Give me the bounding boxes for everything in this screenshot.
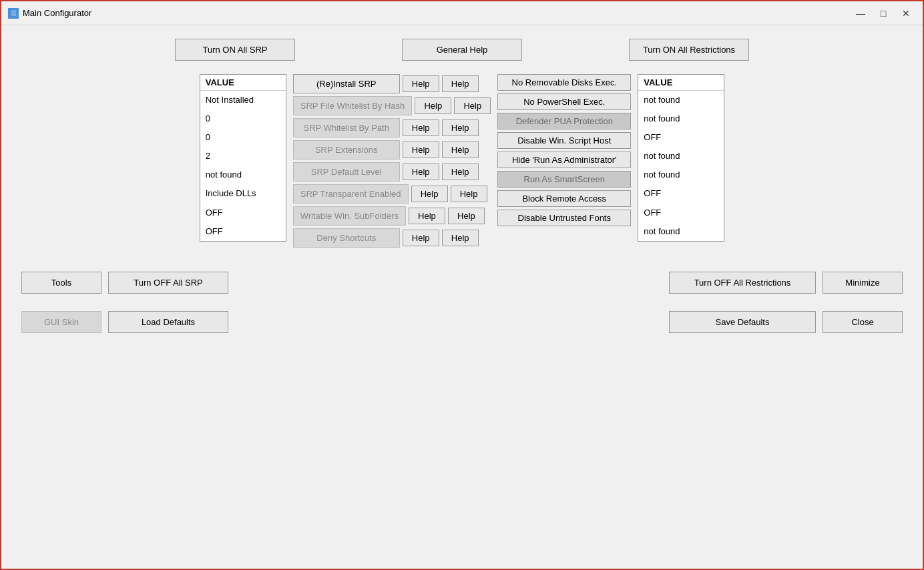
turn-off-srp-button[interactable]: Turn OFF All SRP <box>108 272 228 294</box>
title-bar: ☰ Main Configurator — □ ✕ <box>1 1 923 25</box>
right-value-1: not found <box>638 109 724 128</box>
turn-off-restrictions-button[interactable]: Turn OFF All Restrictions <box>669 272 816 294</box>
disable-untrusted-fonts-button[interactable]: Disable Untrusted Fonts <box>497 210 631 226</box>
srp-help-3a[interactable]: Help <box>403 141 439 158</box>
srp-help-7b[interactable]: Help <box>442 230 479 246</box>
bottom-left-group2: GUI Skin Load Defaults <box>21 311 228 333</box>
general-help-button[interactable]: General Help <box>402 39 522 61</box>
left-value-5: Include DLLs <box>200 184 286 203</box>
left-value-panel: VALUE Not Installed 0 0 2 not found Incl… <box>200 74 286 242</box>
save-defaults-button[interactable]: Save Defaults <box>669 311 816 333</box>
left-value-6: OFF <box>200 204 286 222</box>
run-as-smartscreen-button[interactable]: Run As SmartScreen <box>497 171 631 188</box>
srp-row-3: SRP Extensions Help Help <box>293 140 491 160</box>
close-window-button[interactable]: ✕ <box>896 6 916 21</box>
no-removable-disks-button[interactable]: No Removable Disks Exec. <box>497 74 631 91</box>
srp-help-1a[interactable]: Help <box>415 97 451 114</box>
srp-writable-button[interactable]: Writable Win. SubFolders <box>293 206 406 226</box>
restriction-row-3: Disable Win. Script Host <box>497 132 631 149</box>
minimize-window-button[interactable]: — <box>851 6 871 21</box>
gui-skin-button[interactable]: GUI Skin <box>21 311 101 333</box>
restriction-row-4: Hide 'Run As Administrator' <box>497 152 631 168</box>
bottom-right-group: Turn OFF All Restrictions Minimize <box>669 272 903 294</box>
left-value-4: not found <box>200 166 286 184</box>
right-value-6: OFF <box>638 204 724 222</box>
left-value-1: 0 <box>200 109 286 128</box>
srp-reinstall-button[interactable]: (Re)Install SRP <box>293 74 400 93</box>
srp-default-level-button[interactable]: SRP Default Level <box>293 162 400 182</box>
restriction-row-5: Run As SmartScreen <box>497 171 631 188</box>
srp-help-5a[interactable]: Help <box>411 186 448 202</box>
srp-row-0: (Re)Install SRP Help Help <box>293 74 491 93</box>
srp-row-1: SRP File Whitelist By Hash Help Help <box>293 96 491 115</box>
restriction-row-6: Block Remote Access <box>497 190 631 207</box>
block-remote-access-button[interactable]: Block Remote Access <box>497 190 631 207</box>
right-value-2: OFF <box>638 128 724 147</box>
restrictions-section: No Removable Disks Exec. No PowerShell E… <box>497 74 631 226</box>
right-value-3: not found <box>638 147 724 166</box>
restriction-row-1: No PowerShell Exec. <box>497 93 631 110</box>
bottom-row-1: Tools Turn OFF All SRP Turn OFF All Rest… <box>21 272 903 294</box>
srp-row-7: Deny Shortcuts Help Help <box>293 228 491 248</box>
left-value-7: OFF <box>200 222 286 241</box>
left-panel-header: VALUE <box>200 75 286 91</box>
left-value-0: Not Installed <box>200 91 286 109</box>
right-value-0: not found <box>638 91 724 109</box>
srp-deny-shortcuts-button[interactable]: Deny Shortcuts <box>293 228 400 248</box>
srp-transparent-button[interactable]: SRP Transparent Enabled <box>293 184 409 204</box>
defender-pua-button[interactable]: Defender PUA Protection <box>497 113 631 129</box>
srp-extensions-button[interactable]: SRP Extensions <box>293 140 400 160</box>
srp-section: (Re)Install SRP Help Help SRP File White… <box>293 74 491 248</box>
bottom-left-group: Tools Turn OFF All SRP <box>21 272 228 294</box>
srp-help-5b[interactable]: Help <box>451 186 487 202</box>
no-powershell-button[interactable]: No PowerShell Exec. <box>497 93 631 110</box>
right-value-panel: VALUE not found not found OFF not found … <box>638 74 724 242</box>
right-value-5: OFF <box>638 184 724 203</box>
restriction-row-0: No Removable Disks Exec. <box>497 74 631 91</box>
tools-button[interactable]: Tools <box>21 272 101 294</box>
minimize-button[interactable]: Minimize <box>823 272 903 294</box>
close-button[interactable]: Close <box>823 311 903 333</box>
srp-help-4a[interactable]: Help <box>403 164 439 180</box>
main-area: VALUE Not Installed 0 0 2 not found Incl… <box>21 74 903 248</box>
left-value-3: 2 <box>200 147 286 166</box>
content-area: Turn ON All SRP General Help Turn ON All… <box>1 25 923 569</box>
turn-on-srp-button[interactable]: Turn ON All SRP <box>175 39 295 61</box>
disable-wsh-button[interactable]: Disable Win. Script Host <box>497 132 631 149</box>
srp-row-6: Writable Win. SubFolders Help Help <box>293 206 491 226</box>
main-window: ☰ Main Configurator — □ ✕ Turn ON All SR… <box>0 0 924 570</box>
srp-row-2: SRP Whitelist By Path Help Help <box>293 118 491 137</box>
window-title: Main Configurator <box>23 8 91 18</box>
srp-row-5: SRP Transparent Enabled Help Help <box>293 184 491 204</box>
srp-help-6a[interactable]: Help <box>409 208 445 224</box>
bottom-row-2: GUI Skin Load Defaults Save Defaults Clo… <box>21 311 903 333</box>
title-bar-left: ☰ Main Configurator <box>8 8 91 19</box>
turn-on-restrictions-button[interactable]: Turn ON All Restrictions <box>629 39 749 61</box>
srp-help-4b[interactable]: Help <box>442 164 479 180</box>
srp-help-3b[interactable]: Help <box>442 141 479 158</box>
srp-help-1b[interactable]: Help <box>454 97 491 114</box>
restriction-row-2: Defender PUA Protection <box>497 113 631 129</box>
srp-help-2b[interactable]: Help <box>442 119 479 136</box>
hide-run-as-admin-button[interactable]: Hide 'Run As Administrator' <box>497 152 631 168</box>
top-button-row: Turn ON All SRP General Help Turn ON All… <box>21 39 903 61</box>
title-bar-controls: — □ ✕ <box>851 6 916 21</box>
srp-help-2a[interactable]: Help <box>403 119 439 136</box>
srp-help-7a[interactable]: Help <box>403 230 439 246</box>
srp-help-0b[interactable]: Help <box>442 75 479 92</box>
srp-whitelist-path-button[interactable]: SRP Whitelist By Path <box>293 118 400 137</box>
restriction-row-7: Disable Untrusted Fonts <box>497 210 631 226</box>
maximize-window-button[interactable]: □ <box>873 6 893 21</box>
right-value-7: not found <box>638 222 724 241</box>
load-defaults-button[interactable]: Load Defaults <box>108 311 228 333</box>
srp-row-4: SRP Default Level Help Help <box>293 162 491 182</box>
right-panel-header: VALUE <box>638 75 724 91</box>
left-value-2: 0 <box>200 128 286 147</box>
right-value-4: not found <box>638 166 724 184</box>
srp-file-whitelist-button[interactable]: SRP File Whitelist By Hash <box>293 96 413 115</box>
app-icon: ☰ <box>8 8 19 19</box>
srp-help-6b[interactable]: Help <box>448 208 485 224</box>
bottom-right-group2: Save Defaults Close <box>669 311 903 333</box>
srp-help-0a[interactable]: Help <box>403 75 439 92</box>
